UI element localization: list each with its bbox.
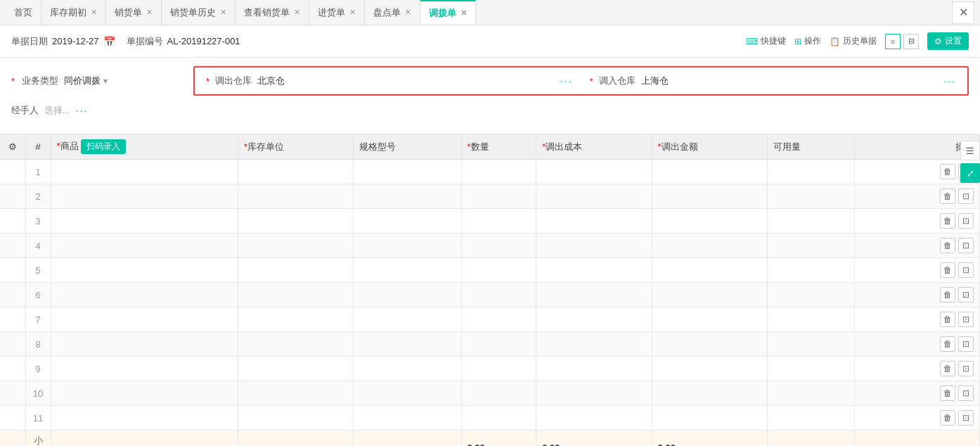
tab-home[interactable]: 首页 [6,0,41,25]
close-tab-sales-history[interactable]: ✕ [220,8,226,17]
history-docs-action[interactable]: 📋 历史单据 [830,35,877,47]
copy-row-btn-9[interactable]: ⊡ [958,361,974,376]
product-cell-1[interactable] [51,160,238,184]
unit-cell-4[interactable] [238,234,353,258]
unit-cell-3[interactable] [238,209,353,234]
product-cell-4[interactable] [51,234,238,258]
amount-cell-10[interactable] [652,381,767,406]
delete-row-btn-2[interactable]: 🗑 [940,189,955,204]
product-cell-8[interactable] [51,332,238,357]
delete-row-btn-1[interactable]: 🗑 [940,164,955,179]
cost-cell-9[interactable] [536,357,652,381]
cost-cell-6[interactable] [536,283,652,307]
delete-row-btn-9[interactable]: 🗑 [940,361,955,376]
unit-cell-1[interactable] [238,160,353,184]
handler-value[interactable]: 选择... [44,104,70,117]
qty-cell-11[interactable] [461,406,536,431]
sidebar-expand-btn[interactable]: ⤢ [960,163,980,183]
delete-row-btn-7[interactable]: 🗑 [940,312,955,327]
product-cell-9[interactable] [51,357,238,381]
product-cell-7[interactable] [51,307,238,332]
close-tab-purchase-order[interactable]: ✕ [349,8,356,17]
qty-cell-10[interactable] [461,381,536,406]
spec-cell-11[interactable] [354,406,461,431]
spec-cell-10[interactable] [354,381,461,406]
delete-row-btn-10[interactable]: 🗑 [940,386,955,401]
product-cell-2[interactable] [51,184,238,209]
qty-cell-3[interactable] [461,209,536,234]
spec-cell-7[interactable] [354,307,461,332]
tab-inventory-init[interactable]: 库存期初 ✕ [41,0,106,25]
copy-row-btn-6[interactable]: ⊡ [958,287,974,302]
unit-cell-2[interactable] [238,184,353,209]
product-cell-3[interactable] [51,209,238,234]
cost-cell-8[interactable] [536,332,652,357]
copy-row-btn-3[interactable]: ⊡ [958,213,974,229]
qty-cell-7[interactable] [461,307,536,332]
amount-cell-7[interactable] [652,307,767,332]
unit-cell-7[interactable] [238,307,353,332]
copy-row-btn-8[interactable]: ⊡ [958,336,974,352]
qty-cell-8[interactable] [461,332,536,357]
copy-row-btn-4[interactable]: ⊡ [958,238,974,253]
spec-cell-6[interactable] [354,283,461,307]
copy-row-btn-11[interactable]: ⊡ [958,410,974,426]
tab-sales-order[interactable]: 销货单 ✕ [106,0,162,25]
qty-cell-1[interactable] [461,160,536,184]
amount-cell-9[interactable] [652,357,767,381]
amount-cell-4[interactable] [652,234,767,258]
close-tab-view-sales[interactable]: ✕ [294,8,300,17]
amount-cell-11[interactable] [652,406,767,431]
close-tab-sales-order[interactable]: ✕ [146,8,153,17]
cost-cell-10[interactable] [536,381,652,406]
close-tab-inventory-init[interactable]: ✕ [91,8,97,17]
qty-cell-2[interactable] [461,184,536,209]
source-warehouse-dots[interactable]: ··· [560,75,573,87]
operations-action[interactable]: ⊞ 操作 [794,35,821,47]
close-tab-stock-check[interactable]: ✕ [405,8,411,17]
copy-row-btn-7[interactable]: ⊡ [958,312,974,327]
tab-sales-history[interactable]: 销货单历史 ✕ [162,0,236,25]
layout-icon-list[interactable]: ≡ [885,34,901,49]
spec-cell-1[interactable] [354,160,461,184]
cost-cell-3[interactable] [536,209,652,234]
spec-cell-9[interactable] [354,357,461,381]
cost-cell-11[interactable] [536,406,652,431]
spec-cell-4[interactable] [354,234,461,258]
handler-dots[interactable]: ··· [76,105,89,116]
tab-purchase-order[interactable]: 进货单 ✕ [309,0,365,25]
delete-row-btn-11[interactable]: 🗑 [940,410,955,426]
tab-transfer-order[interactable]: 调拨单 ✕ [420,0,476,25]
delete-row-btn-5[interactable]: 🗑 [940,262,955,278]
qty-cell-5[interactable] [461,258,536,283]
amount-cell-1[interactable] [652,160,767,184]
spec-cell-2[interactable] [354,184,461,209]
product-cell-10[interactable] [51,381,238,406]
qty-cell-4[interactable] [461,234,536,258]
delete-row-btn-3[interactable]: 🗑 [940,213,955,229]
shortcuts-action[interactable]: ⌨ 快捷键 [746,35,786,47]
settings-button[interactable]: ⚙ 设置 [927,32,969,50]
spec-cell-5[interactable] [354,258,461,283]
unit-cell-10[interactable] [238,381,353,406]
copy-row-btn-10[interactable]: ⊡ [958,386,974,401]
unit-cell-9[interactable] [238,357,353,381]
layout-icon-grid[interactable]: ⊟ [903,34,919,49]
spec-cell-8[interactable] [354,332,461,357]
unit-cell-6[interactable] [238,283,353,307]
product-cell-5[interactable] [51,258,238,283]
scan-entry-button[interactable]: 扫码录入 [81,139,126,154]
delete-row-btn-4[interactable]: 🗑 [940,238,955,253]
amount-cell-5[interactable] [652,258,767,283]
amount-cell-6[interactable] [652,283,767,307]
tab-view-sales[interactable]: 查看销货单 ✕ [236,0,309,25]
unit-cell-11[interactable] [238,406,353,431]
window-close-button[interactable]: ✕ [952,1,974,24]
close-tab-transfer-order[interactable]: ✕ [460,8,467,18]
business-type-select[interactable]: 同价调拨 ▾ [64,75,176,87]
unit-cell-8[interactable] [238,332,353,357]
product-cell-6[interactable] [51,283,238,307]
amount-cell-3[interactable] [652,209,767,234]
delete-row-btn-6[interactable]: 🗑 [940,287,955,302]
qty-cell-6[interactable] [461,283,536,307]
